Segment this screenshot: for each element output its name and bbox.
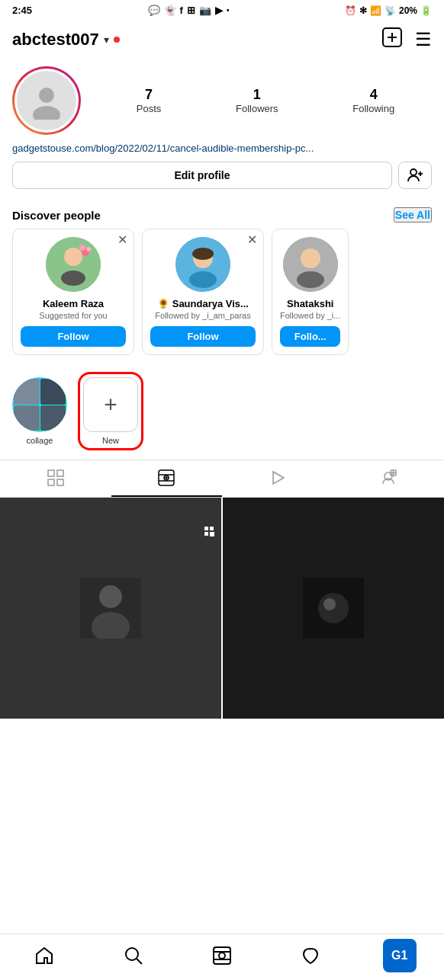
- status-right: ⏰ ✻ 📶 📡 20% 🔋: [345, 5, 432, 16]
- svg-point-4: [33, 106, 60, 120]
- avatar: [14, 69, 79, 133]
- follow-saundarya-button[interactable]: Follow: [150, 326, 256, 347]
- new-story-label: New: [102, 436, 119, 445]
- svg-point-45: [219, 953, 225, 959]
- svg-rect-44: [214, 947, 230, 964]
- instagram-icon: 📷: [199, 5, 211, 16]
- svg-point-12: [79, 245, 85, 251]
- header-actions: ☰: [381, 27, 432, 53]
- following-label: Following: [352, 103, 394, 114]
- status-icons: 💬 👻 f ⊞ 📷 ▶ •: [148, 5, 230, 16]
- close-kaleem-button[interactable]: ✕: [117, 234, 127, 246]
- snapchat-icon: 👻: [164, 5, 176, 16]
- tab-grid[interactable]: [0, 460, 111, 497]
- discover-header: Discover people See All: [0, 198, 444, 229]
- posts-label: Posts: [137, 103, 162, 114]
- alarm-icon: ⏰: [345, 5, 356, 16]
- grid-icon: ⊞: [187, 5, 195, 16]
- edit-row: Edit profile: [12, 162, 432, 189]
- svg-point-42: [126, 948, 138, 960]
- avatar-ring: [12, 66, 81, 135]
- dot-icon: •: [227, 6, 230, 14]
- shatakshi-sub: Followed by _i...: [280, 311, 340, 320]
- tab-clips[interactable]: [222, 460, 333, 497]
- new-story-item[interactable]: + New: [78, 372, 143, 450]
- profile-link[interactable]: gadgetstouse.com/blog/2022/02/11/cancel-…: [12, 143, 432, 154]
- svg-point-9: [64, 248, 82, 266]
- svg-point-10: [61, 271, 85, 286]
- status-bar: 2:45 💬 👻 f ⊞ 📷 ▶ • ⏰ ✻ 📶 📡 20% 🔋: [0, 0, 444, 21]
- svg-rect-22: [57, 470, 63, 476]
- bluetooth-icon: ✻: [359, 5, 367, 16]
- add-post-button[interactable]: [381, 27, 403, 53]
- discover-people-list: ✕ Kaleem Raza Suggested for you Follow ✕: [0, 229, 444, 364]
- person-card-shatakshi: Shatakshi Followed by _i... Follo...: [272, 229, 349, 355]
- edit-profile-button[interactable]: Edit profile: [12, 162, 392, 189]
- saundarya-avatar: [175, 237, 230, 292]
- shatakshi-avatar: [283, 237, 338, 292]
- svg-point-36: [99, 585, 122, 608]
- posts-count: 7: [145, 87, 153, 103]
- nav-profile[interactable]: G1: [381, 942, 419, 969]
- followers-count: 1: [253, 87, 261, 103]
- tab-reels[interactable]: [111, 460, 223, 497]
- close-saundarya-button[interactable]: ✕: [247, 234, 257, 246]
- svg-point-5: [410, 169, 417, 175]
- message-icon: 💬: [148, 5, 160, 16]
- nav-activity[interactable]: [291, 942, 330, 969]
- gadgets-logo: G1: [383, 939, 417, 972]
- battery-icon: 🔋: [420, 5, 432, 16]
- svg-rect-38: [210, 532, 214, 536]
- add-person-button[interactable]: [398, 162, 432, 189]
- discover-title: Discover people: [12, 209, 101, 222]
- nav-home[interactable]: [25, 942, 63, 969]
- svg-point-20: [297, 271, 324, 288]
- saundarya-sub: Followed by _i_am_paras: [155, 311, 250, 320]
- svg-rect-21: [48, 470, 54, 476]
- username-text: abctest007: [12, 30, 99, 50]
- saundarya-name: 🌻 Saundarya Vis...: [157, 298, 249, 309]
- profile-stats: 7 Posts 1 Followers 4 Following: [12, 66, 432, 135]
- svg-point-17: [192, 248, 214, 260]
- content-tabs: [0, 460, 444, 498]
- avatar-area[interactable]: [12, 66, 81, 135]
- svg-point-16: [189, 271, 217, 288]
- person-card-saundarya: ✕ 🌻 Saundarya Vis... Followed by _i_am_p…: [142, 229, 264, 355]
- following-stat[interactable]: 4 Following: [352, 87, 394, 114]
- collage-label: collage: [27, 436, 53, 445]
- collage-avatar: [12, 377, 67, 432]
- bottom-nav: G1: [0, 934, 444, 980]
- tab-tagged[interactable]: [333, 460, 445, 497]
- profile-section: 7 Posts 1 Followers 4 Following gadgetst…: [0, 60, 444, 198]
- status-time: 2:45: [12, 5, 32, 16]
- svg-point-3: [39, 88, 54, 103]
- svg-point-19: [301, 248, 320, 268]
- stats-group: 7 Posts 1 Followers 4 Following: [99, 87, 432, 114]
- svg-rect-24: [57, 479, 63, 485]
- new-story-circle[interactable]: +: [83, 377, 138, 432]
- facebook-icon: f: [180, 5, 183, 16]
- media-item-1[interactable]: [0, 498, 221, 719]
- svg-point-13: [86, 247, 91, 251]
- svg-point-41: [323, 598, 336, 610]
- story-collage[interactable]: collage: [12, 377, 67, 445]
- media-item-2[interactable]: [223, 498, 444, 719]
- media-grid: [0, 498, 444, 719]
- followers-label: Followers: [236, 103, 278, 114]
- youtube-icon: ▶: [215, 5, 223, 16]
- person-card-kaleem: ✕ Kaleem Raza Suggested for you Follow: [12, 229, 134, 355]
- follow-shatakshi-button[interactable]: Follo...: [280, 326, 340, 347]
- following-count: 4: [370, 87, 378, 103]
- chevron-down-icon[interactable]: ▾: [104, 34, 109, 46]
- menu-button[interactable]: ☰: [415, 29, 432, 50]
- shatakshi-name: Shatakshi: [287, 298, 333, 309]
- username-area[interactable]: abctest007 ▾: [12, 30, 120, 50]
- followers-stat[interactable]: 1 Followers: [236, 87, 278, 114]
- nav-search[interactable]: [114, 942, 153, 969]
- see-all-button[interactable]: See All: [394, 207, 432, 223]
- nav-reels[interactable]: [203, 942, 241, 969]
- follow-kaleem-button[interactable]: Follow: [21, 326, 126, 347]
- battery-level: 20%: [399, 5, 417, 16]
- kaleem-sub: Suggested for you: [39, 311, 107, 320]
- posts-stat[interactable]: 7 Posts: [137, 87, 162, 114]
